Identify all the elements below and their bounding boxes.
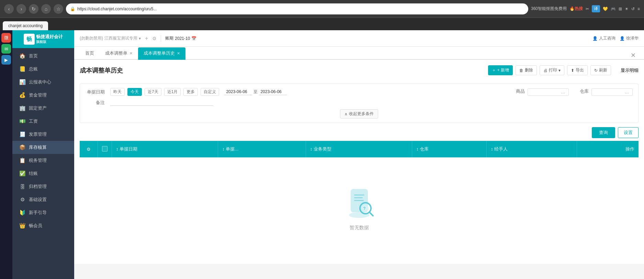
undo-icon[interactable]: ↺ [631,7,635,11]
tab-cost-adjust[interactable]: 成本调整单 ✕ [100,47,138,60]
wallet-icon[interactable]: 💛 [603,7,608,11]
strip-icon-3[interactable]: ▶ [1,55,11,65]
tab-cost-adjust-label: 成本调整单 [105,50,127,56]
sidebar-item-closing[interactable]: ✅ 结账 [12,167,74,180]
notes-filter-label: 备注 [86,100,105,106]
svg-rect-2 [354,197,363,198]
date-7days-btn[interactable]: 近7天 [145,88,161,96]
th-warehouse[interactable]: ↕ 仓库 [412,141,487,157]
date-range-input: 至 [225,89,286,95]
settings-icon[interactable]: ⚙ [152,36,157,41]
filter-row-notes: 备注 [86,99,633,106]
settings-btn[interactable]: 设置 [618,127,639,138]
th-date-label: ↕ 单据日期 [116,146,137,152]
warehouse-select-btn[interactable]: … [591,88,633,96]
refresh-button[interactable]: ↻ [29,4,38,14]
sidebar-item-archive[interactable]: 🗄 归档管理 [12,180,74,193]
translate-btn[interactable]: 译 [592,5,600,12]
search-hint: 360智能抠图免费用 [531,6,567,12]
sidebar-item-invoices[interactable]: 🧾 发票管理 [12,128,74,141]
date-1month-btn[interactable]: 近1月 [164,88,181,96]
sidebar-item-membership[interactable]: 👑 畅会员 [12,219,74,232]
sidebar-icon-closing: ✅ [19,170,25,177]
refresh-label: 刷新 [599,67,607,73]
logo-text: 畅捷通好会计 [36,34,63,40]
th-date[interactable]: ↕ 单据日期 [112,141,218,157]
sidebar-item-inventory[interactable]: 📦 库存核算 [12,141,74,154]
refresh-icon: ↻ [594,68,598,73]
browser-tab-active[interactable]: chanjet accounting [3,21,48,30]
tab-cost-adjust-history[interactable]: 成本调整单历史 ✕ [138,47,185,60]
forward-button[interactable]: › [16,4,26,14]
sidebar-item-guide[interactable]: 🔰 新手引导 [12,206,74,219]
home-button[interactable]: ⌂ [41,4,51,14]
sidebar-item-fixed-assets[interactable]: 🏢 固定资产 [12,102,74,115]
add-company-btn[interactable]: + [145,35,148,42]
dropdown-icon[interactable]: ▾ [139,36,141,41]
date-custom-btn[interactable]: 自定义 [201,88,219,96]
date-yesterday-btn[interactable]: 昨天 [110,88,125,96]
sidebar-item-ledger[interactable]: 📒 总账 [12,63,74,76]
sun-icon[interactable]: ☀ [625,7,629,11]
print-icon: 🖨 [543,68,547,73]
date-range-separator: 至 [253,89,258,95]
export-btn[interactable]: ⬆ 导出 [567,65,588,75]
refresh-btn[interactable]: ↻ 刷新 [590,65,611,75]
th-operator[interactable]: ↕ 经手人 [487,141,577,157]
app-container: 微 ✉ ▶ 畅 畅捷通好会计 旗舰版 🏠 首页 📒 总账 📊 云报表中心 💰 资… [0,30,644,279]
star-button[interactable]: ☆ [54,4,63,14]
th-number[interactable]: ↕ 单据... [218,141,306,157]
grid-icon[interactable]: ⊞ [619,7,622,11]
game-icon[interactable]: 🎮 [611,7,616,11]
notes-input[interactable] [110,99,213,106]
tab-home[interactable]: 首页 [80,47,100,60]
export-label: 导出 [576,67,584,73]
sidebar-item-tax[interactable]: 📋 税务管理 [12,154,74,167]
sidebar-logo: 畅 畅捷通好会计 旗舰版 [12,30,74,48]
address-bar[interactable]: 🔒 https://cloud.chanjet.com/accounting/u… [66,3,528,14]
company-name: 江西服宝测试专用 [104,35,137,41]
sidebar-item-reports[interactable]: 📊 云报表中心 [12,76,74,89]
sidebar-icon-ledger: 📒 [19,66,25,72]
strip-icon-2[interactable]: ✉ [1,44,11,54]
page-tabs: 首页 成本调整单 ✕ 成本调整单历史 ✕ ✕ [74,47,644,60]
collapse-chevron-icon: ∧ [344,112,348,116]
url-text: https://cloud.chanjet.com/accounting/uru… [77,7,157,11]
back-button[interactable]: ‹ [4,4,14,14]
tab-cost-adjust-close[interactable]: ✕ [129,51,133,56]
goods-select-btn[interactable]: … [528,88,569,96]
print-btn[interactable]: 🖨 打印 ▾ [540,65,564,75]
sidebar-item-payroll[interactable]: 💵 工资 [12,115,74,128]
th-type-label: ↕ 业务类型 [310,146,331,152]
topbar-company: (勿删勿禁用) 江西服宝测试专用 ▾ [80,35,141,41]
date-from-input[interactable] [225,89,252,95]
delete-btn[interactable]: 🗑 删除 [516,65,537,75]
tab-close-all-btn[interactable]: ✕ [628,52,639,59]
date-today-btn[interactable]: 今天 [127,88,142,96]
sidebar-item-settings[interactable]: ⚙ 基础设置 [12,193,74,206]
th-type[interactable]: ↕ 业务类型 [306,141,412,157]
sidebar-icon-tax: 📋 [19,157,25,164]
collapse-btn[interactable]: ∧ 收起更多条件 [340,109,378,119]
date-more-btn[interactable]: 更多 [183,88,198,96]
table-settings-icon[interactable]: ⚙ [84,144,93,154]
tab-cost-adjust-history-close[interactable]: ✕ [177,51,180,56]
sidebar-icon-funds: 💰 [19,92,25,98]
sidebar-item-funds[interactable]: 💰 资金管理 [12,89,74,102]
date-to-input[interactable] [259,89,286,95]
user-btn[interactable]: 👤 徐泽华 [620,35,639,41]
sidebar-item-home[interactable]: 🏠 首页 [12,49,74,63]
select-all-checkbox[interactable] [102,146,108,152]
sidebar-label-guide: 新手引导 [29,210,47,216]
show-detail-checkbox[interactable] [614,68,619,73]
calendar-icon[interactable]: 📅 [191,36,196,41]
strip-icon-1[interactable]: 微 [1,33,11,43]
sidebar-label-settings: 基础设置 [29,197,47,203]
spacer [569,88,580,96]
cut-icon[interactable]: ✂ [586,7,589,11]
query-btn[interactable]: 查询 [592,127,615,138]
menu-icon[interactable]: ≡ [637,7,640,11]
content-actions: ＋ + 新增 🗑 删除 🖨 打印 ▾ ⬆ [488,65,639,75]
consult-btn[interactable]: 👤 人工咨询 [592,35,615,41]
new-btn[interactable]: ＋ + 新增 [488,65,513,75]
